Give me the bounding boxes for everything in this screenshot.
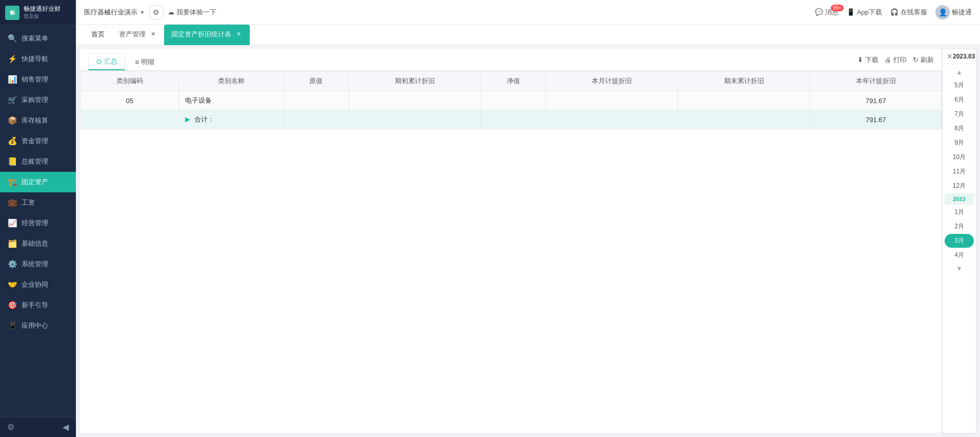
total-monthly-dep [546,110,678,129]
app-download-action[interactable]: 📱 App下载 [847,8,882,17]
sidebar-item-label-purchase: 采购管理 [22,95,48,105]
sidebar-bottom: ⚙ ◀ [0,416,76,437]
date-panel-header: ✕ 2023.03 ⤢ [943,49,976,64]
close-fixed-dep-icon[interactable]: ✕ [234,30,243,38]
download-button[interactable]: ⬇ 下载 [857,55,878,65]
date-panel-close-icon[interactable]: ✕ [947,52,953,61]
date-list: ▲ 5月 6月 7月 8月 9月 10月 11月 12月 2023 1月 2月 … [943,64,976,433]
sidebar-item-inventory[interactable]: 📦 库存核算 [0,110,76,131]
total-label: ▶ 合计： [179,110,284,129]
cell-end-acc [678,91,810,110]
system-icon: ⚙️ [7,259,17,269]
refresh-icon: ↻ [913,56,918,64]
date-month-10[interactable]: 10月 [945,150,974,164]
date-month-8[interactable]: 8月 [945,122,974,135]
experience-button[interactable]: ☁ 我要体验一下 [168,8,216,17]
ledger-icon: 📒 [7,156,17,167]
sidebar-item-search[interactable]: 🔍 搜索菜单 [0,28,76,49]
sidebar-item-appstore[interactable]: 📱 应用中心 [0,315,76,336]
sidebar-nav: 🔍 搜索菜单 ⚡ 快捷导航 📊 销售管理 🛒 采购管理 📦 库存核算 💰 资金管… [0,26,76,416]
cloud-icon: ☁ [168,8,174,16]
tab-asset-mgmt[interactable]: 资产管理 ✕ [112,25,164,45]
finance-icon: 💰 [7,136,17,146]
header-settings-icon[interactable]: ⚙ [149,5,164,19]
table-header-row: 类别编码 类别名称 原值 期初累计折旧 净值 本月计提折旧 期末累计折旧 本年计… [81,71,942,91]
phone-icon: 📱 [847,8,855,16]
tab-fixed-depreciation[interactable]: 固定资产折旧统计表 ✕ [164,25,250,45]
settings-icon[interactable]: ⚙ [7,422,14,432]
date-nav-up-icon[interactable]: ▲ [943,66,976,78]
date-month-5[interactable]: 5月 [945,78,974,92]
cell-monthly-dep [546,91,678,110]
date-month-6[interactable]: 6月 [945,93,974,107]
print-button[interactable]: 🖨 打印 [885,55,907,65]
summary-icon: ⊙ [96,57,102,66]
content-area: ⊙ 汇总 ≡ 明细 ⬇ 下载 🖨 打印 [76,45,980,437]
sidebar-item-label-guide: 新手引导 [22,301,48,310]
sidebar-item-label-quicknav: 快捷导航 [22,54,48,64]
col-end-acc: 期末累计折旧 [678,71,810,91]
inventory-icon: 📦 [7,115,17,126]
tabs-bar: 首页 资产管理 ✕ 固定资产折旧统计表 ✕ [76,25,980,45]
user-action[interactable]: 👤 畅捷通 [935,5,972,19]
corp-icon: 🤝 [7,280,17,290]
table-row: 05 电子设备 791.67 [81,91,942,110]
print-icon: 🖨 [885,56,891,64]
date-month-3[interactable]: 3月 [945,234,974,248]
col-net-value: 净值 [481,71,546,91]
fixed-icon: 🏗️ [7,177,17,187]
date-panel-title: 2023.03 [953,53,975,60]
sidebar-item-label-sales: 销售管理 [22,75,48,84]
operation-icon: 📈 [7,218,17,228]
sidebar-item-label-operation: 经营管理 [22,218,48,228]
date-panel: ✕ 2023.03 ⤢ ▲ 5月 6月 7月 8月 9月 10月 11月 12月… [942,49,976,433]
date-year-2023: 2023 [945,193,974,205]
date-panel-expand-icon[interactable]: ⤢ [975,53,976,60]
sidebar-item-label-inventory: 库存核算 [22,116,48,125]
company-selector[interactable]: 医疗器械行业演示 ▼ [84,8,145,17]
date-month-1[interactable]: 1月 [945,205,974,219]
sidebar-item-corp[interactable]: 🤝 企业协同 [0,274,76,295]
download-icon: ⬇ [857,56,863,64]
col-monthly-dep: 本月计提折旧 [546,71,678,91]
subtab-detail[interactable]: ≡ 明细 [127,53,162,70]
sidebar-item-label-ledger: 总账管理 [22,157,48,166]
sales-icon: 📊 [7,74,17,85]
sidebar-item-basic[interactable]: 🗂️ 基础信息 [0,233,76,254]
date-month-11[interactable]: 11月 [945,165,974,178]
date-nav-down-icon[interactable]: ▼ [943,263,976,274]
sidebar-item-salary[interactable]: 💼 工资 [0,192,76,213]
headset-icon: 🎧 [890,8,898,16]
sidebar-item-label-system: 系统管理 [22,260,48,269]
sidebar-item-quicknav[interactable]: ⚡ 快捷导航 [0,49,76,69]
detail-icon: ≡ [135,58,139,66]
total-icon: ▶ [185,115,190,123]
purchase-icon: 🛒 [7,95,17,105]
customer-service-action[interactable]: 🎧 在线客服 [890,8,927,17]
cell-yearly-dep: 791.67 [810,91,942,110]
sidebar-item-sales[interactable]: 📊 销售管理 [0,69,76,90]
message-action[interactable]: 💬 消息 99+ [815,8,838,17]
sidebar-item-ledger[interactable]: 📒 总账管理 [0,151,76,172]
sidebar-item-finance[interactable]: 💰 资金管理 [0,131,76,151]
sidebar-item-system[interactable]: ⚙️ 系统管理 [0,254,76,274]
sidebar-item-operation[interactable]: 📈 经营管理 [0,213,76,233]
date-month-9[interactable]: 9月 [945,136,974,150]
collapse-icon[interactable]: ◀ [63,422,69,432]
close-asset-mgmt-icon[interactable]: ✕ [149,30,157,38]
date-month-4[interactable]: 4月 [945,248,974,262]
tab-home[interactable]: 首页 [84,25,112,45]
cell-net-value [481,91,546,110]
refresh-button[interactable]: ↻ 刷新 [913,55,934,65]
sidebar-item-purchase[interactable]: 🛒 采购管理 [0,90,76,110]
subtab-summary[interactable]: ⊙ 汇总 [88,53,125,70]
cell-original [284,91,349,110]
date-month-2[interactable]: 2月 [945,220,974,233]
date-month-12[interactable]: 12月 [945,179,974,193]
sidebar: 畅 畅捷通好业财 普及版 🔍 搜索菜单 ⚡ 快捷导航 📊 销售管理 🛒 采购管理… [0,0,76,437]
company-name: 医疗器械行业演示 [84,8,137,17]
sidebar-item-fixed[interactable]: 🏗️ 固定资产 [0,172,76,192]
guide-icon: 🎯 [7,300,17,310]
sidebar-item-guide[interactable]: 🎯 新手引导 [0,295,76,315]
date-month-7[interactable]: 7月 [945,107,974,121]
